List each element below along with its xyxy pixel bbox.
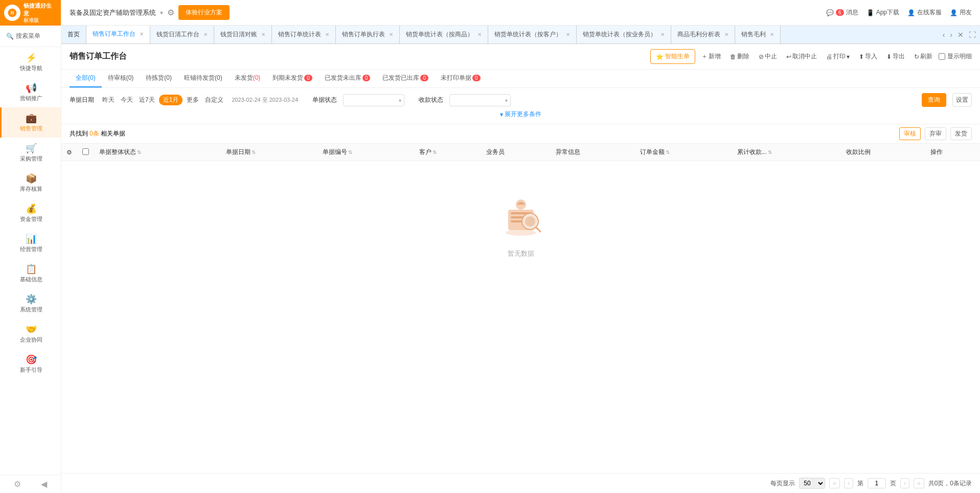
show-detail-checkbox[interactable] xyxy=(939,53,945,60)
expand-conditions-button[interactable]: ▾ 展开更多条件 xyxy=(500,110,541,119)
delete-button[interactable]: 🗑 删除 xyxy=(727,50,753,63)
col-header-customer[interactable]: 客户⇅ xyxy=(414,144,481,161)
sidebar-item-purchase[interactable]: 🛒 采购管理 xyxy=(0,138,61,168)
tab-cash-daily[interactable]: 钱货日清工作台✕ xyxy=(150,26,214,44)
tab-close-sales-stats-staff[interactable]: ✕ xyxy=(660,32,665,37)
tab-close-all-button[interactable]: ✕ xyxy=(955,30,966,40)
tab-close-sales-more[interactable]: ✕ xyxy=(770,32,774,37)
tab-close-gross-margin[interactable]: ✕ xyxy=(724,32,728,37)
import-button[interactable]: ⬆ 导入 xyxy=(856,50,880,63)
tab-close-sales-stats-customer[interactable]: ✕ xyxy=(566,32,570,37)
sidebar-item-marketing[interactable]: 📢 营销推广 xyxy=(0,77,61,107)
sidebar-item-finance[interactable]: 💰 资金管理 xyxy=(0,198,61,228)
export-button[interactable]: ⬇ 导出 xyxy=(883,50,908,63)
refresh-button[interactable]: ↻ 刷新 xyxy=(911,50,936,63)
industry-solution-button[interactable]: 体验行业方案 xyxy=(178,5,230,20)
col-header-collected[interactable]: 累计收款...⇅ xyxy=(732,144,841,161)
tab-sales-more[interactable]: 销售毛利✕ xyxy=(735,26,781,44)
revoke-button[interactable]: 弃审 xyxy=(925,127,946,140)
tab-sales-stats-staff[interactable]: 销货单统计表（按业务员）✕ xyxy=(577,26,671,44)
tab-close-sales-stats-product[interactable]: ✕ xyxy=(477,32,482,37)
sort-icon-status[interactable]: ⇅ xyxy=(137,149,141,155)
tab-sales-stats-product[interactable]: 销货单统计表（按商品）✕ xyxy=(400,26,488,44)
tab-sales-order-workbench[interactable]: 销售订单工作台✕ xyxy=(86,26,150,44)
page-number-input[interactable] xyxy=(868,478,886,488)
subtab-unshipped[interactable]: 未发货(0) xyxy=(229,70,267,87)
message-button[interactable]: 💬 6 消息 xyxy=(826,8,858,17)
tab-sales-stats-customer[interactable]: 销货单统计表（按客户）✕ xyxy=(488,26,577,44)
subtab-expired-unshipped[interactable]: 到期未发货0 xyxy=(266,70,318,87)
summary-count: 0条 xyxy=(89,130,99,137)
sidebar-item-inventory[interactable]: 📦 库存核算 xyxy=(0,168,61,198)
show-detail-checkbox-label[interactable]: 显示明细 xyxy=(939,52,972,61)
tab-scroll-left-button[interactable]: ‹ xyxy=(941,30,947,40)
smart-create-button[interactable]: ⭐ 智能生单 xyxy=(650,49,695,64)
next-page-button[interactable]: › xyxy=(900,478,909,488)
tab-close-sales-exec[interactable]: ✕ xyxy=(389,32,393,37)
subtab-shipped-not-out[interactable]: 已发货未出库0 xyxy=(318,70,377,87)
cancel-stop-button[interactable]: ↩ 取消中止 xyxy=(783,50,820,63)
sort-icon-amount[interactable]: ⇅ xyxy=(666,149,670,155)
tab-sales-stats[interactable]: 销售订单统计表✕ xyxy=(272,26,336,44)
settings-filter-button[interactable]: 设置 xyxy=(952,93,972,107)
tab-close-cash-daily[interactable]: ✕ xyxy=(203,32,208,37)
settings-bottom-button[interactable]: ⚙ xyxy=(14,479,21,489)
ship-button[interactable]: 发货 xyxy=(950,127,972,140)
sidebar-item-basic-info[interactable]: 📋 基础信息 xyxy=(0,258,61,288)
tab-cash-reconcile[interactable]: 钱货日清对账✕ xyxy=(214,26,272,44)
sort-icon-date[interactable]: ⇅ xyxy=(252,149,256,155)
collapse-sidebar-button[interactable]: ◀ xyxy=(41,479,47,489)
user-menu-button[interactable]: 👤 用友 xyxy=(950,8,972,17)
first-page-button[interactable]: « xyxy=(829,478,840,488)
select-all-checkbox[interactable] xyxy=(82,148,89,155)
query-button[interactable]: 查询 xyxy=(922,93,946,107)
date-btn-自定义[interactable]: 自定义 xyxy=(203,95,225,105)
audit-button[interactable]: 审核 xyxy=(899,127,921,140)
sidebar-item-newbie[interactable]: 🎯 新手引导 xyxy=(0,349,61,379)
sidebar-item-enterprise[interactable]: 🤝 企业协同 xyxy=(0,319,61,349)
col-header-number[interactable]: 单据编号⇅ xyxy=(317,144,414,161)
sidebar-item-system[interactable]: ⚙️ 系统管理 xyxy=(0,288,61,319)
stop-button[interactable]: ⊘ 中止 xyxy=(756,50,780,63)
last-page-button[interactable]: » xyxy=(914,478,924,488)
subtab-all[interactable]: 全部(0) xyxy=(70,70,102,87)
date-btn-近7天[interactable]: 近7天 xyxy=(137,95,157,105)
per-page-select[interactable]: 50 10 20 100 xyxy=(799,478,825,489)
col-header-date[interactable]: 单据日期⇅ xyxy=(221,144,317,161)
subtab-pending-audit[interactable]: 待审核(0) xyxy=(102,70,140,87)
tab-home[interactable]: 首页 xyxy=(61,26,86,44)
sidebar-item-operations[interactable]: 📊 经营管理 xyxy=(0,228,61,258)
tab-gross-margin[interactable]: 商品毛利分析表✕ xyxy=(671,26,735,44)
col-header-status[interactable]: 单据整体状态⇅ xyxy=(94,144,221,161)
sidebar-item-sales[interactable]: 💼 销售管理 xyxy=(0,107,61,138)
subtab-wangpu-pending[interactable]: 旺铺待发货(0) xyxy=(178,70,229,87)
add-button[interactable]: ＋ 新增 xyxy=(698,50,724,63)
tab-close-sales-stats[interactable]: ✕ xyxy=(325,32,329,37)
tab-close-sales-order-workbench[interactable]: ✕ xyxy=(140,31,144,37)
subtab-unprinted[interactable]: 未打印单据0 xyxy=(435,70,487,87)
payment-select[interactable] xyxy=(449,94,511,106)
subtab-pending-inspection[interactable]: 待拣货(0) xyxy=(140,70,178,87)
date-btn-今天[interactable]: 今天 xyxy=(119,95,135,105)
prev-page-button[interactable]: ‹ xyxy=(844,478,853,488)
sidebar-item-quick-nav[interactable]: ⚡ 快捷导航 xyxy=(0,47,61,77)
col-header-amount[interactable]: 订单金额⇅ xyxy=(635,144,732,161)
tab-fullscreen-button[interactable]: ⛶ xyxy=(967,30,978,40)
tab-scroll-right-button[interactable]: › xyxy=(948,30,954,40)
print-button[interactable]: 🖨 打印 ▾ xyxy=(823,50,853,63)
col-settings-icon[interactable]: ⚙ xyxy=(66,149,72,156)
online-service-button[interactable]: 👤 在线客服 xyxy=(907,8,942,17)
subtab-shipped-out[interactable]: 已发货已出库0 xyxy=(376,70,435,87)
sort-icon-number[interactable]: ⇅ xyxy=(348,149,352,155)
sort-icon-customer[interactable]: ⇅ xyxy=(432,149,437,155)
status-select[interactable] xyxy=(343,94,404,106)
tab-close-cash-reconcile[interactable]: ✕ xyxy=(261,32,265,37)
app-download-button[interactable]: 📱 App下载 xyxy=(867,8,899,17)
sort-icon-collected[interactable]: ⇅ xyxy=(768,149,772,155)
topbar-gear-icon[interactable]: ⚙ xyxy=(167,8,174,17)
search-menu-button[interactable]: 🔍 搜索菜单 xyxy=(4,30,57,42)
date-btn-近1月[interactable]: 近1月 xyxy=(159,95,183,105)
date-btn-昨天[interactable]: 昨天 xyxy=(100,95,117,105)
tab-sales-exec[interactable]: 销售订单执行表✕ xyxy=(336,26,400,44)
date-btn-更多[interactable]: 更多 xyxy=(185,95,201,105)
